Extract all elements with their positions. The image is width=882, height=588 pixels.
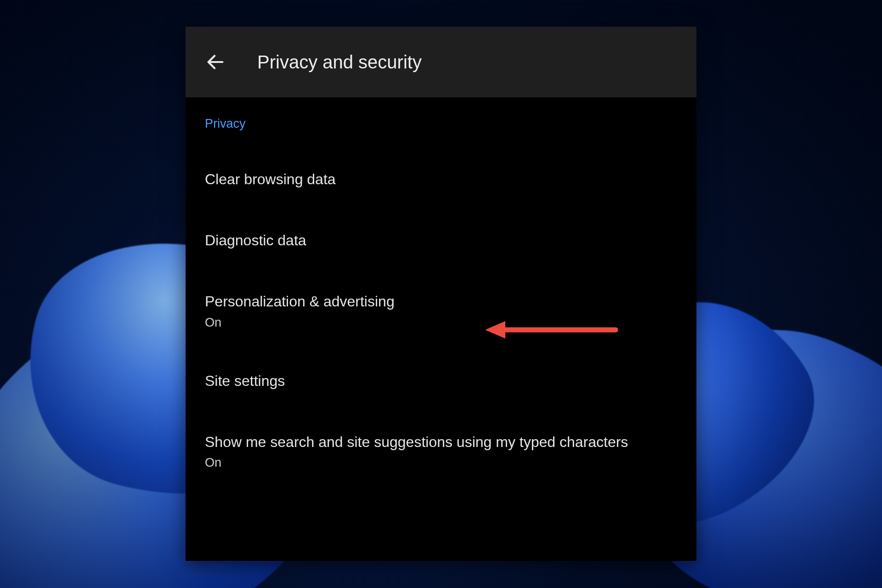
- diagnostic-data-item[interactable]: Diagnostic data: [205, 231, 677, 250]
- item-title: Personalization & advertising: [205, 292, 677, 311]
- back-arrow-icon[interactable]: [205, 51, 226, 73]
- item-title: Clear browsing data: [205, 170, 677, 189]
- personalization-advertising-item[interactable]: Personalization & advertising On: [205, 292, 677, 329]
- item-subtitle: On: [205, 316, 677, 330]
- page-title: Privacy and security: [257, 52, 422, 73]
- header-bar: Privacy and security: [186, 27, 696, 97]
- item-title: Site settings: [205, 371, 677, 391]
- search-suggestions-item[interactable]: Show me search and site suggestions usin…: [205, 432, 677, 470]
- privacy-section-label: Privacy: [205, 117, 677, 131]
- item-subtitle: On: [205, 456, 677, 470]
- settings-content: Privacy Clear browsing data Diagnostic d…: [186, 97, 696, 470]
- site-settings-item[interactable]: Site settings: [205, 371, 677, 391]
- item-title: Show me search and site suggestions usin…: [205, 432, 677, 452]
- clear-browsing-data-item[interactable]: Clear browsing data: [205, 170, 677, 189]
- item-title: Diagnostic data: [205, 231, 677, 250]
- privacy-settings-window: Privacy and security Privacy Clear brows…: [186, 27, 696, 561]
